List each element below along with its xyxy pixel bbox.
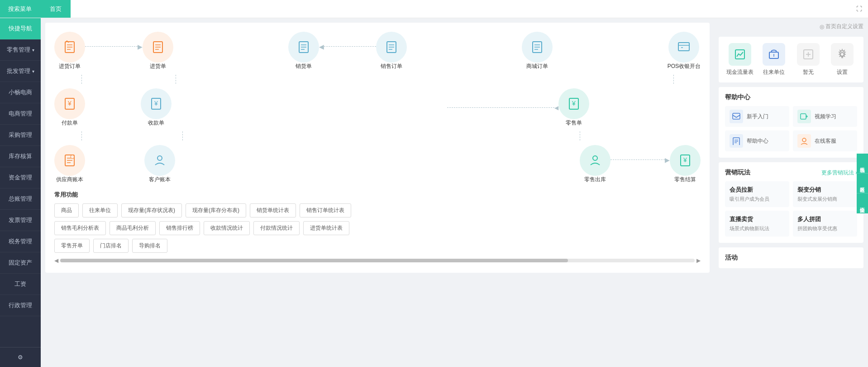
qi-empty[interactable]: 暂无	[793, 43, 823, 76]
scroll-right-arrow[interactable]: ▶	[696, 257, 701, 264]
cf-btn-purchase-stat[interactable]: 进货单统计表	[303, 221, 349, 235]
retail-settle-icon: ¥	[670, 145, 701, 176]
purchase-label: 进货单	[150, 63, 166, 70]
cf-btn-stock-status[interactable]: 现存量(库存状况表)	[121, 203, 182, 217]
service-icon	[797, 134, 811, 148]
cf-btn-retail-order[interactable]: 零售开单	[54, 239, 90, 253]
flow-diagram: 进货订单 ▶ 进货单	[54, 32, 701, 184]
cf-btn-sale-profit[interactable]: 销售毛利分析表	[54, 221, 106, 235]
float-btn-hotline[interactable]: 客服热线	[857, 154, 868, 174]
sidebar-item-inventory[interactable]: 库存核算	[0, 146, 41, 167]
sidebar-item-assets[interactable]: 固定资产	[0, 252, 41, 274]
arrow-retail-settle: ▶	[610, 156, 670, 164]
qi-units[interactable]: 往来单位	[759, 43, 789, 76]
mkt-grid: 会员拉新 吸引用户成为会员 裂变分销 裂变式发展分销商 直播卖货 场景式购物新玩…	[725, 181, 857, 237]
scrollbar: ◀ ▶	[54, 257, 701, 264]
svg-marker-47	[806, 115, 808, 118]
flow-node-sales-order[interactable]: 销售订单	[376, 32, 407, 70]
arrow-1-2: ▶	[85, 43, 143, 50]
mkt-live[interactable]: 直播卖货 场景式购物新玩法	[725, 211, 789, 237]
svg-rect-46	[801, 114, 806, 119]
hc-help[interactable]: 帮助中心	[725, 130, 789, 151]
qi-empty-label: 暂无	[803, 68, 814, 76]
scroll-thumb	[60, 259, 568, 262]
sidebar-item-ledger[interactable]: 总账管理	[0, 188, 41, 210]
v-connectors-row2	[54, 131, 701, 140]
flow-node-customer-account[interactable]: 客户账本	[144, 145, 175, 184]
top-bar: 搜索菜单 首页 ⛶	[0, 0, 868, 18]
cf-btn-goods[interactable]: 商品	[54, 203, 79, 217]
cf-btn-receipt-stat[interactable]: 收款情况统计	[204, 221, 250, 235]
flow-node-supplier-account[interactable]: 供应商账本	[54, 145, 85, 184]
qi-cashflow[interactable]: 现金流量表	[725, 43, 755, 76]
cf-btn-sale-rank[interactable]: 销售排行榜	[159, 221, 200, 235]
svg-point-52	[802, 138, 806, 142]
retail-settle-label: 零售结算	[674, 176, 696, 184]
flow-node-mall-order[interactable]: 商城订单	[522, 32, 553, 70]
flow-node-retail-out[interactable]: 零售出库	[580, 145, 610, 184]
flow-node-purchase-order[interactable]: 进货订单	[54, 32, 85, 70]
cf-btn-guide-rank[interactable]: 导购排名	[132, 239, 167, 253]
sidebar-item-ecommerce-small[interactable]: 小畅电商	[0, 82, 41, 103]
sidebar-gear-icon[interactable]: ⚙	[0, 348, 41, 367]
qi-settings[interactable]: 设置	[828, 43, 858, 76]
search-menu-button[interactable]: 搜索菜单	[0, 0, 41, 18]
act-title: 活动	[725, 254, 857, 262]
flow-node-sale[interactable]: 销货单	[288, 32, 319, 70]
sidebar-item-invoice[interactable]: 发票管理	[0, 210, 41, 231]
sidebar-item-finance[interactable]: 资金管理	[0, 167, 41, 188]
flow-node-pos[interactable]: POS收银开台	[668, 32, 701, 70]
flow-node-purchase[interactable]: 进货单	[143, 32, 173, 70]
cf-btn-goods-profit[interactable]: 商品毛利分析	[110, 221, 156, 235]
mkt-member[interactable]: 会员拉新 吸引用户成为会员	[725, 181, 789, 207]
float-btn-desktop[interactable]: 桌面快捷	[857, 193, 868, 213]
sidebar-item-quick-nav[interactable]: 快捷导航	[0, 18, 41, 39]
scroll-track[interactable]	[60, 259, 695, 262]
mkt-group[interactable]: 多人拼团 拼团购物享受优惠	[793, 211, 857, 237]
sidebar-item-ecommerce[interactable]: 电商管理	[0, 103, 41, 125]
sidebar-item-wholesale[interactable]: 批发管理 ▾	[0, 61, 41, 82]
svg-point-35	[593, 156, 597, 160]
mkt-more-link[interactable]: 更多营销玩法 ›	[821, 169, 857, 177]
hc-beginner[interactable]: 新手入门	[725, 106, 789, 127]
beginner-label: 新手入门	[747, 113, 768, 121]
sidebar-item-salary[interactable]: 工资	[0, 274, 41, 295]
hc-video[interactable]: 视频学习	[793, 106, 857, 127]
svg-text:¥: ¥	[683, 156, 687, 164]
flow-node-receipt[interactable]: ¥ 收款单	[141, 88, 172, 127]
cf-btn-payment-stat[interactable]: 付款情况统计	[253, 221, 300, 235]
home-tab[interactable]: 首页	[41, 0, 71, 18]
pos-label: POS收银开台	[668, 63, 701, 70]
mkt-fission[interactable]: 裂变分销 裂变式发展分销商	[793, 181, 857, 207]
cf-btn-sales-order-stat[interactable]: 销售订单统计表	[300, 203, 351, 217]
help-icon	[730, 134, 743, 148]
sidebar-item-tax[interactable]: 税务管理	[0, 231, 41, 252]
mkt-member-desc: 吸引用户成为会员	[730, 196, 785, 203]
home-customize-link[interactable]: ◎ 首页自定义设置	[719, 23, 863, 30]
scroll-left-arrow[interactable]: ◀	[54, 257, 58, 264]
customer-account-label: 客户账本	[149, 176, 171, 184]
cf-btn-stock-dist[interactable]: 现存量(库存分布表)	[186, 203, 246, 217]
flow-node-payment[interactable]: ¥ 付款单	[54, 88, 85, 127]
settings-icon	[831, 43, 854, 66]
cf-btn-sale-stat[interactable]: 销货单统计表	[250, 203, 296, 217]
qi-cashflow-label: 现金流量表	[726, 68, 754, 76]
mall-order-icon	[522, 32, 553, 63]
cf-btn-store-rank[interactable]: 门店排名	[93, 239, 129, 253]
flow-node-retail-settle[interactable]: ¥ 零售结算	[670, 145, 701, 184]
cf-btn-units[interactable]: 往来单位	[82, 203, 118, 217]
hc-service[interactable]: 在线客服	[793, 130, 857, 151]
flow-node-retail[interactable]: ¥ 零售单	[558, 88, 589, 127]
sidebar-item-purchase[interactable]: 采购管理	[0, 125, 41, 146]
float-btn-community[interactable]: 服务社区	[857, 174, 868, 193]
pos-icon	[668, 32, 699, 63]
empty-icon	[797, 43, 820, 66]
sidebar-item-retail[interactable]: 零售管理 ▾	[0, 39, 41, 61]
flow-row-2: ¥ 付款单 ¥ 收款单	[54, 88, 701, 127]
expand-icon[interactable]: ⛶	[854, 5, 863, 14]
sidebar-item-admin[interactable]: 行政管理	[0, 295, 41, 316]
home-customize-label: 首页自定义设置	[825, 23, 863, 30]
svg-point-34	[157, 156, 162, 160]
chevron-down-icon: ▾	[32, 69, 34, 74]
svg-text:¥: ¥	[67, 100, 72, 107]
